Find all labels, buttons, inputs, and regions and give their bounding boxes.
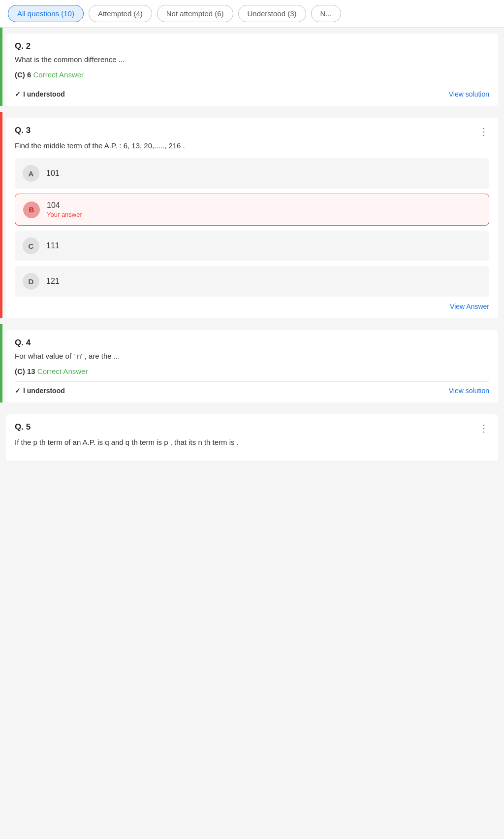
q2-view-solution[interactable]: View solution bbox=[449, 90, 489, 98]
q3-option-d-value: 121 bbox=[46, 277, 60, 286]
q3-more-options[interactable]: ⋮ bbox=[479, 126, 489, 137]
q4-view-solution[interactable]: View solution bbox=[449, 387, 489, 395]
card-inner-q4: Q. 4 For what value of ' n' , are the ..… bbox=[6, 330, 498, 403]
question-card-q3: Q. 3 ⋮ Find the middle term of the A.P. … bbox=[0, 112, 504, 319]
q2-footer: ✓ I understood View solution bbox=[15, 85, 489, 98]
question-card-q5: Q. 5 ⋮ If the p th term of an A.P. is q … bbox=[0, 408, 504, 467]
questions-container: Q. 2 What is the common difference ... (… bbox=[0, 28, 504, 467]
q2-text: What is the common difference ... bbox=[15, 54, 489, 66]
q3-view-answer[interactable]: View Answer bbox=[15, 302, 489, 310]
q2-header: Q. 2 bbox=[15, 41, 489, 51]
tab-attempted[interactable]: Attempted (4) bbox=[89, 5, 152, 22]
q4-footer: ✓ I understood View solution bbox=[15, 381, 489, 395]
q3-option-b-letter: B bbox=[23, 201, 40, 218]
q5-text: If the p th term of an A.P. is q and q t… bbox=[15, 437, 489, 448]
q3-option-b[interactable]: B 104 Your answer bbox=[15, 194, 489, 226]
q2-answer-text: (C) 6 bbox=[15, 70, 31, 79]
q3-option-c-value: 111 bbox=[46, 241, 60, 250]
q2-understood-text: I understood bbox=[23, 90, 65, 98]
q3-option-d-content: 121 bbox=[46, 277, 60, 286]
q3-option-a-content: 101 bbox=[46, 169, 60, 178]
q3-option-b-content: 104 Your answer bbox=[47, 201, 82, 218]
q3-option-d-letter: D bbox=[23, 273, 39, 290]
tab-not-attempted[interactable]: Not attempted (6) bbox=[157, 5, 233, 22]
q4-header: Q. 4 bbox=[15, 338, 489, 348]
q3-option-b-value: 104 bbox=[47, 201, 82, 210]
tab-all-questions[interactable]: All questions (10) bbox=[8, 5, 84, 22]
q2-understood: ✓ I understood bbox=[15, 90, 65, 98]
q3-option-d[interactable]: D 121 bbox=[15, 266, 489, 297]
q2-answer: (C) 6 Correct Answer bbox=[15, 70, 489, 79]
q3-number: Q. 3 bbox=[15, 126, 31, 135]
q4-understood-text: I understood bbox=[23, 387, 65, 395]
q5-more-options[interactable]: ⋮ bbox=[479, 422, 489, 434]
q5-number: Q. 5 bbox=[15, 422, 31, 432]
q4-text: For what value of ' n' , are the ... bbox=[15, 351, 489, 362]
q3-option-a[interactable]: A 101 bbox=[15, 158, 489, 189]
q5-header: Q. 5 ⋮ bbox=[15, 422, 489, 434]
q3-options-list: A 101 B 104 Your answer bbox=[15, 158, 489, 297]
q4-number: Q. 4 bbox=[15, 338, 31, 348]
check-icon-q4: ✓ bbox=[15, 387, 21, 395]
q3-option-b-sub: Your answer bbox=[47, 211, 82, 218]
q3-option-a-letter: A bbox=[23, 165, 39, 182]
q3-option-c[interactable]: C 111 bbox=[15, 231, 489, 261]
q4-understood: ✓ I understood bbox=[15, 387, 65, 395]
tab-not-understood[interactable]: N... bbox=[311, 5, 341, 22]
q3-option-c-content: 111 bbox=[46, 241, 60, 250]
card-inner-q5: Q. 5 ⋮ If the p th term of an A.P. is q … bbox=[6, 414, 498, 461]
q3-option-c-letter: C bbox=[23, 237, 39, 254]
q4-answer-text: (C) 13 bbox=[15, 367, 35, 375]
check-icon-q2: ✓ bbox=[15, 90, 21, 98]
q4-correct-label: Correct Answer bbox=[37, 367, 88, 375]
question-card-q4: Q. 4 For what value of ' n' , are the ..… bbox=[0, 324, 504, 403]
question-card-q2: Q. 2 What is the common difference ... (… bbox=[0, 28, 504, 106]
q2-number: Q. 2 bbox=[15, 41, 31, 51]
q4-answer: (C) 13 Correct Answer bbox=[15, 367, 489, 375]
q3-header: Q. 3 ⋮ bbox=[15, 126, 489, 137]
q3-option-a-value: 101 bbox=[46, 169, 60, 178]
tab-understood[interactable]: Understood (3) bbox=[238, 5, 306, 22]
card-inner-q2: Q. 2 What is the common difference ... (… bbox=[6, 34, 498, 106]
q3-text: Find the middle term of the A.P. : 6, 13… bbox=[15, 140, 489, 152]
q2-correct-label: Correct Answer bbox=[33, 70, 84, 79]
filter-bar: All questions (10) Attempted (4) Not att… bbox=[0, 0, 504, 28]
card-inner-q3: Q. 3 ⋮ Find the middle term of the A.P. … bbox=[6, 118, 498, 319]
